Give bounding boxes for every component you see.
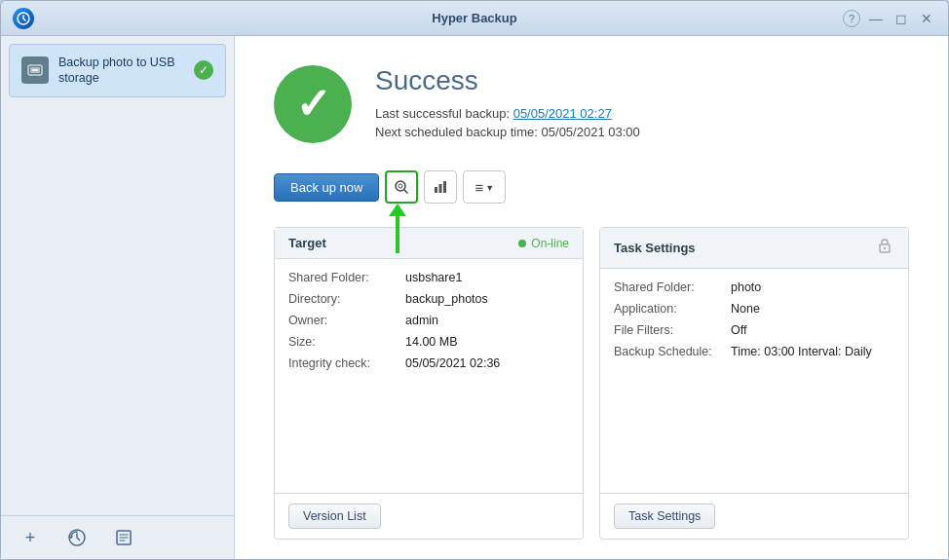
sidebar: Backup photo to USB storage ✓ + — [1, 36, 235, 559]
table-row: Shared Folder: photo — [614, 280, 894, 294]
svg-line-10 — [404, 190, 407, 193]
help-button[interactable]: ? — [843, 10, 860, 27]
next-backup-label: Next scheduled backup time: — [375, 125, 538, 139]
table-row: Size: 14.00 MB — [288, 335, 569, 349]
target-panel-title: Target — [288, 236, 326, 250]
field-label: Shared Folder: — [614, 280, 731, 294]
svg-point-16 — [884, 247, 886, 249]
sidebar-item-label: Backup photo to USB storage — [58, 55, 184, 87]
content-area: Backup photo to USB storage ✓ + — [1, 36, 948, 559]
field-label: Backup Schedule: — [614, 345, 731, 358]
svg-rect-12 — [435, 187, 437, 193]
explore-icon-button[interactable] — [385, 170, 418, 204]
field-label: Application: — [614, 302, 731, 316]
target-panel: Target On-line Shared Folder: usbshare1 … — [274, 227, 584, 540]
field-label: Integrity check: — [288, 356, 405, 370]
field-value: 14.00 MB — [405, 335, 458, 349]
status-section: ✓ Success Last successful backup: 05/05/… — [274, 65, 909, 143]
online-dot — [518, 240, 526, 247]
target-panel-header: Target On-line — [275, 228, 583, 259]
settings-panel-header: Task Settings — [600, 228, 908, 269]
task-settings-button[interactable]: Task Settings — [614, 504, 715, 529]
svg-rect-14 — [443, 181, 446, 193]
field-value: photo — [731, 280, 761, 294]
target-panel-footer: Version List — [275, 493, 583, 539]
svg-rect-13 — [439, 184, 442, 193]
settings-panel-footer: Task Settings — [600, 493, 908, 539]
svg-point-11 — [399, 184, 402, 188]
checkmark-icon: ✓ — [295, 83, 331, 126]
table-row: File Filters: Off — [614, 323, 894, 337]
backup-item-icon — [21, 56, 49, 84]
arrow-head — [389, 204, 406, 216]
titlebar: Hyper Backup ? — ◻ ✕ — [1, 1, 948, 36]
table-row: Integrity check: 05/05/2021 02:36 — [288, 356, 569, 370]
settings-panel-body: Shared Folder: photo Application: None F… — [600, 269, 908, 493]
sidebar-item-backup[interactable]: Backup photo to USB storage ✓ — [9, 44, 226, 97]
history-button[interactable] — [63, 524, 91, 551]
field-label: File Filters: — [614, 323, 731, 337]
next-backup-line: Next scheduled backup time: 05/05/2021 0… — [375, 125, 909, 139]
main-window: Hyper Backup ? — ◻ ✕ Backup photo to USB… — [0, 0, 949, 560]
field-value: usbshare1 — [405, 271, 462, 284]
titlebar-left — [13, 8, 34, 29]
notes-button[interactable] — [110, 524, 137, 551]
field-label: Directory: — [288, 292, 405, 306]
field-value: backup_photos — [405, 292, 488, 306]
close-button[interactable]: ✕ — [917, 9, 936, 28]
table-row: Shared Folder: usbshare1 — [288, 271, 569, 284]
table-row: Application: None — [614, 302, 894, 316]
buttons-wrapper: Back up now — [274, 170, 909, 227]
backup-now-button[interactable]: Back up now — [274, 173, 379, 202]
success-circle: ✓ — [274, 65, 352, 143]
statistics-icon-button[interactable] — [424, 170, 457, 204]
table-row: Backup Schedule: Time: 03:00 Interval: D… — [614, 345, 894, 358]
version-list-button[interactable]: Version List — [288, 504, 381, 529]
app-icon — [13, 8, 34, 29]
field-label: Size: — [288, 335, 405, 349]
more-options-button[interactable]: ≡ ▼ — [463, 170, 506, 204]
next-backup-time: 05/05/2021 03:00 — [542, 125, 640, 139]
field-label: Owner: — [288, 314, 405, 327]
last-backup-time[interactable]: 05/05/2021 02:27 — [513, 106, 612, 121]
svg-rect-3 — [32, 69, 38, 71]
add-task-button[interactable]: + — [17, 524, 44, 551]
table-row: Directory: backup_photos — [288, 292, 569, 306]
minimize-button[interactable]: — — [866, 9, 886, 28]
target-panel-body: Shared Folder: usbshare1 Directory: back… — [275, 259, 583, 493]
last-backup-line: Last successful backup: 05/05/2021 02:27 — [375, 106, 909, 121]
settings-panel: Task Settings Shared Folder: p — [599, 227, 909, 540]
field-value: Time: 03:00 Interval: Daily — [731, 345, 872, 358]
field-label: Shared Folder: — [288, 271, 405, 284]
action-bar: Back up now — [274, 170, 909, 204]
restore-button[interactable]: ◻ — [892, 9, 911, 28]
window-controls: ? — ◻ ✕ — [843, 9, 936, 28]
online-label: On-line — [531, 237, 569, 250]
lock-icon — [875, 236, 894, 260]
main-content: ✓ Success Last successful backup: 05/05/… — [235, 36, 948, 559]
settings-panel-title: Task Settings — [614, 241, 696, 255]
field-value: 05/05/2021 02:36 — [405, 356, 500, 370]
table-row: Owner: admin — [288, 314, 569, 327]
last-backup-label: Last successful backup: — [375, 106, 510, 121]
status-title: Success — [375, 65, 909, 96]
field-value: None — [731, 302, 760, 316]
sidebar-footer: + — [1, 515, 234, 559]
status-info: Success Last successful backup: 05/05/20… — [375, 65, 909, 143]
field-value: admin — [405, 314, 438, 327]
info-panels: Target On-line Shared Folder: usbshare1 … — [274, 227, 909, 540]
online-badge: On-line — [518, 237, 569, 250]
window-title: Hyper Backup — [432, 11, 516, 25]
field-value: Off — [731, 323, 746, 337]
sidebar-item-status: ✓ — [194, 60, 213, 80]
